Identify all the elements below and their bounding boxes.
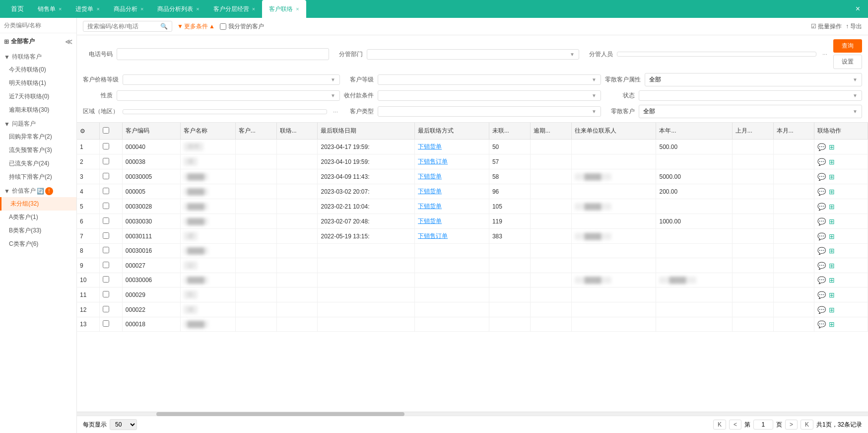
sidebar-item-today[interactable]: 今天待联络(0): [0, 63, 76, 76]
search-input[interactable]: [87, 23, 160, 30]
contact-grid-icon[interactable]: ⊞: [829, 143, 835, 151]
contact-grid-icon[interactable]: ⊞: [829, 232, 835, 240]
person-dots[interactable]: ···: [820, 51, 829, 58]
contact-grid-icon[interactable]: ⊞: [829, 217, 835, 225]
contact-grid-icon[interactable]: ⊞: [829, 306, 835, 314]
nav-home[interactable]: 首页: [4, 0, 31, 18]
col-this-year[interactable]: 本年...: [656, 123, 732, 140]
last-method-link[interactable]: 下销货单: [418, 217, 442, 224]
contact-message-icon[interactable]: 💬: [817, 203, 826, 211]
contact-message-icon[interactable]: 💬: [817, 143, 826, 151]
settings-icon[interactable]: ⚙: [80, 128, 85, 135]
row-checkbox[interactable]: [103, 276, 109, 283]
page-size-select[interactable]: 50 20 100: [110, 419, 137, 430]
sidebar-item-ungrouped[interactable]: 未分组(32): [0, 197, 76, 211]
nav-customer-contact[interactable]: 客户联络 ×: [262, 0, 306, 18]
nav-sales[interactable]: 销售单 ×: [31, 0, 68, 18]
col-contact[interactable]: 联络...: [276, 123, 318, 140]
close-goods-analysis-icon[interactable]: ×: [140, 6, 143, 12]
last-method-link[interactable]: 下销货单: [418, 203, 442, 210]
contact-message-icon[interactable]: 💬: [817, 291, 826, 299]
horizontal-scrollbar[interactable]: [77, 412, 868, 416]
refresh-icon[interactable]: 🔄: [37, 188, 44, 195]
region-dots[interactable]: ···: [331, 108, 340, 115]
payment-select[interactable]: ▼: [378, 90, 601, 101]
col-last-month[interactable]: 上月...: [732, 123, 773, 140]
reset-button[interactable]: 设置: [833, 55, 862, 69]
page-number-input[interactable]: [753, 420, 773, 430]
contact-message-icon[interactable]: 💬: [817, 276, 826, 284]
contact-grid-icon[interactable]: ⊞: [829, 188, 835, 196]
col-overdue[interactable]: 逾期...: [530, 123, 571, 140]
close-sales-icon[interactable]: ×: [59, 6, 62, 12]
price-level-select[interactable]: ▼: [123, 74, 340, 85]
customer-type-select[interactable]: ▼: [378, 106, 601, 117]
col-unit-contact[interactable]: 往来单位联系人: [571, 123, 656, 140]
sidebar-item-churned[interactable]: 已流失客户(24): [0, 157, 76, 170]
select-all-checkbox[interactable]: [103, 127, 109, 134]
col-uncontacted[interactable]: 未联...: [489, 123, 530, 140]
contact-grid-icon[interactable]: ⊞: [829, 158, 835, 166]
nav-goods-analysis[interactable]: 商品分析 ×: [107, 0, 150, 18]
contact-message-icon[interactable]: 💬: [817, 247, 826, 255]
all-customers-header[interactable]: ⊞ 全部客户 ≪: [0, 33, 76, 50]
row-checkbox[interactable]: [103, 158, 109, 164]
contact-grid-icon[interactable]: ⊞: [829, 247, 835, 255]
next-page-button[interactable]: >: [785, 420, 798, 430]
status-select[interactable]: ▼: [639, 90, 862, 101]
collapse-icon[interactable]: ≪: [65, 38, 72, 46]
contact-message-icon[interactable]: 💬: [817, 158, 826, 166]
row-checkbox[interactable]: [103, 247, 109, 253]
sidebar-item-declining[interactable]: 持续下滑客户(2): [0, 170, 76, 184]
row-checkbox[interactable]: [103, 203, 109, 209]
last-method-link[interactable]: 下销货单: [418, 188, 442, 195]
row-checkbox[interactable]: [103, 143, 109, 149]
row-checkbox[interactable]: [103, 291, 109, 297]
contact-grid-icon[interactable]: ⊞: [829, 276, 835, 284]
sidebar-search-input[interactable]: [4, 22, 77, 29]
sidebar-item-c-class[interactable]: C类客户(6): [0, 237, 76, 251]
col-name[interactable]: 客户名称: [180, 123, 235, 140]
row-checkbox[interactable]: [103, 217, 109, 224]
search-box-icon[interactable]: 🔍: [160, 23, 168, 30]
contact-message-icon[interactable]: 💬: [817, 232, 826, 240]
customer-level-select[interactable]: ▼: [378, 74, 601, 85]
region-select[interactable]: [123, 109, 327, 114]
col-this-month[interactable]: 本月...: [773, 123, 814, 140]
export-button[interactable]: ↑ 导出: [846, 22, 862, 31]
nav-purchase[interactable]: 进货单 ×: [68, 0, 106, 18]
col-type[interactable]: 客户...: [235, 123, 276, 140]
row-checkbox[interactable]: [103, 306, 109, 312]
row-checkbox[interactable]: [103, 320, 109, 327]
col-code[interactable]: 客户编码: [122, 123, 180, 140]
nature-select[interactable]: ▼: [117, 90, 340, 101]
contact-grid-icon[interactable]: ⊞: [829, 320, 835, 328]
sidebar-item-repurchase-abnormal[interactable]: 回购异常客户(2): [0, 130, 76, 144]
last-method-link[interactable]: 下销货单: [418, 143, 442, 150]
contact-grid-icon[interactable]: ⊞: [829, 291, 835, 299]
sidebar-item-7days[interactable]: 近7天待联络(0): [0, 90, 76, 103]
batch-ops-button[interactable]: ☑ 批量操作: [811, 22, 842, 31]
close-purchase-icon[interactable]: ×: [96, 6, 99, 12]
row-checkbox[interactable]: [103, 262, 109, 268]
contact-message-icon[interactable]: 💬: [817, 262, 826, 270]
sidebar-item-a-class[interactable]: A类客户(1): [0, 211, 76, 224]
close-customer-tier-icon[interactable]: ×: [252, 6, 255, 12]
last-page-button[interactable]: K: [801, 420, 813, 430]
scrollbar-thumb[interactable]: [156, 412, 404, 416]
contact-message-icon[interactable]: 💬: [817, 306, 826, 314]
col-last-date[interactable]: 最后联络日期: [318, 123, 415, 140]
scatter-customer-select[interactable]: 全部 ▼: [639, 105, 862, 118]
more-conditions-btn[interactable]: ▼ 更多条件 ▲: [177, 22, 215, 31]
sidebar-item-overdue[interactable]: 逾期未联络(30): [0, 103, 76, 117]
contact-message-icon[interactable]: 💬: [817, 188, 826, 196]
my-customers-checkbox-label[interactable]: 我分管的客户: [220, 22, 264, 31]
dept-select[interactable]: ▼: [367, 49, 579, 60]
contact-grid-icon[interactable]: ⊞: [829, 173, 835, 181]
last-method-link[interactable]: 下销货单: [418, 173, 442, 180]
last-method-link[interactable]: 下销售订单: [418, 232, 448, 239]
row-checkbox[interactable]: [103, 173, 109, 179]
phone-input[interactable]: [117, 48, 329, 60]
close-goods-list-icon[interactable]: ×: [196, 6, 199, 12]
col-last-method[interactable]: 最后联络方式: [415, 123, 489, 140]
